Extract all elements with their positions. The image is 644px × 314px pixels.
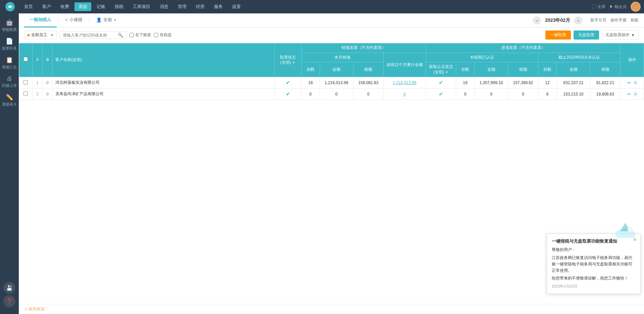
row-ticket-status-1: ✔ bbox=[274, 88, 301, 100]
th-until-amount: 金额 bbox=[557, 62, 590, 77]
sidebar-item-ai-ticket[interactable]: 🤖 智能取票 bbox=[1, 17, 18, 34]
sidebar-item-scan[interactable]: 🖨 扫描上传 bbox=[1, 73, 18, 90]
row-period-amount-0: 1,357,999.10 bbox=[475, 77, 508, 88]
nav-business[interactable]: 工商项目 bbox=[129, 2, 154, 11]
top-nav: 首页 客户 收费 票据 记账 报税 工商项目 消息 管理 经营 服务 设置 ⛶ … bbox=[0, 0, 644, 13]
row-checkbox-0[interactable] bbox=[19, 77, 33, 88]
sidebar-item-summary[interactable]: 📋 票据汇总 bbox=[1, 54, 18, 72]
nav-manage[interactable]: 管理 bbox=[174, 2, 191, 11]
row-sales-count-0: 18 bbox=[301, 77, 320, 88]
th-actions: 操作 bbox=[621, 43, 644, 77]
row-period-count-1: 0 bbox=[456, 88, 475, 100]
select-all-checkbox[interactable] bbox=[23, 57, 28, 61]
th-seq: # bbox=[33, 43, 43, 77]
th-checkbox bbox=[19, 43, 33, 77]
diskless-ticket-btn[interactable]: 无盘取票 bbox=[574, 30, 599, 40]
row-cumulative-1[interactable]: 0 bbox=[383, 88, 426, 100]
tax-disk-checkbox[interactable] bbox=[154, 33, 158, 37]
sidebar-help-btn[interactable]: ❓ bbox=[3, 295, 15, 307]
sidebar-item-open-invoice[interactable]: 📄 发票开具 bbox=[1, 36, 18, 53]
nav-invoice[interactable]: 票据 bbox=[74, 2, 91, 11]
sidebar-item-entry[interactable]: ✏️ 票据录入 bbox=[1, 91, 18, 109]
search-icon[interactable]: 🔍 bbox=[118, 33, 123, 38]
nav-bookkeeping[interactable]: 记账 bbox=[93, 2, 109, 11]
sidebar-download-btn[interactable]: 💾 bbox=[3, 282, 15, 294]
invoice-open-icon: 📄 bbox=[6, 38, 13, 45]
row-checkbox-1[interactable] bbox=[19, 88, 33, 100]
manual-link[interactable]: 操作手册 bbox=[610, 17, 627, 23]
th-until-tax: 税额 bbox=[590, 62, 621, 77]
nav-service[interactable]: 服务 bbox=[210, 2, 227, 11]
checkbox-tax-disk[interactable]: 有税盘 bbox=[154, 32, 172, 38]
row-until-tax-0: 81,822.21 bbox=[590, 77, 621, 88]
row-settings-0[interactable]: ⚙ bbox=[43, 77, 53, 88]
row-period-amount-1: 0 bbox=[475, 88, 508, 100]
row-sales-tax-0: 158,081.83 bbox=[353, 77, 383, 88]
row-period-tax-0: 157,399.62 bbox=[508, 77, 538, 88]
sidebar-label-scan: 扫描上传 bbox=[2, 83, 17, 88]
th-sales-tax: 税额 bbox=[353, 62, 383, 77]
toolbar-right: 一键取票 无盘取票 无盘取票操作 ▼ bbox=[545, 30, 639, 40]
filter-icon-cert[interactable]: ▼ bbox=[445, 70, 448, 74]
nav-right: ⛶ 全屏 ▶ 畅会员 🐵 bbox=[592, 2, 641, 12]
th-customer: 客户名称(全部) bbox=[53, 43, 275, 77]
popup-greeting: 尊敬的用户： bbox=[552, 247, 636, 253]
diskless-operations-btn[interactable]: 无盘取票操作 ▼ bbox=[602, 30, 639, 40]
copy-icon-0[interactable]: ⎘ bbox=[634, 80, 637, 85]
edit-icon-1[interactable]: ✏ bbox=[627, 91, 631, 97]
row-cert-status-1: ✔ bbox=[426, 88, 456, 100]
th-sales-count: 份数 bbox=[301, 62, 320, 77]
row-cumulative-0[interactable]: 1,216,013.99 bbox=[383, 77, 426, 88]
th-settings: ⚙ bbox=[43, 43, 53, 77]
notification-popup: ✕ 一键报税与无盘取票功能恢复通知 尊敬的用户： 江苏政务网已恢复访问电子税务局… bbox=[547, 234, 641, 294]
prev-month-btn[interactable]: ‹ bbox=[533, 16, 541, 24]
filter-icon-status[interactable]: ▼ bbox=[292, 61, 296, 64]
tab-all[interactable]: 👤 全能 ▼ bbox=[91, 13, 122, 27]
tab-right: ‹ 2023年02月 › 新手引导 操作手册 刷新 bbox=[533, 16, 639, 24]
fullscreen-btn[interactable]: ⛶ 全屏 bbox=[592, 4, 605, 10]
row-ticket-status-0: ✔ bbox=[274, 77, 301, 88]
popup-decoration bbox=[613, 221, 637, 238]
tab-small-scale[interactable]: ≡ 小规模 bbox=[60, 13, 88, 27]
popup-close-btn[interactable]: ✕ bbox=[633, 236, 637, 243]
nav-home[interactable]: 首页 bbox=[20, 2, 37, 11]
avatar[interactable]: 🐵 bbox=[631, 2, 641, 12]
row-until-tax-1: 19,808.63 bbox=[590, 88, 621, 100]
nav-settings[interactable]: 设置 bbox=[228, 2, 245, 11]
popup-apology: 给您带来的不便敬请谅解，祝您工作愉快！ bbox=[552, 275, 636, 281]
tax-policy-link[interactable]: ⊙ 税务政策 bbox=[24, 306, 45, 312]
th-month-sales: 本月销项 bbox=[301, 53, 383, 62]
nav-tax[interactable]: 报税 bbox=[111, 2, 127, 11]
svg-point-4 bbox=[628, 227, 633, 232]
checkbox-sub-account[interactable]: 名下账套 bbox=[129, 32, 151, 38]
search-input[interactable] bbox=[63, 33, 116, 38]
edit-icon-0[interactable]: ✏ bbox=[627, 80, 631, 85]
next-month-btn[interactable]: › bbox=[574, 16, 582, 24]
employee-label: 全部员工 bbox=[31, 32, 47, 38]
refresh-link[interactable]: 刷新 bbox=[631, 17, 639, 23]
th-sales-amount: 金额 bbox=[320, 62, 353, 77]
one-click-ticket-btn[interactable]: 一键取票 bbox=[545, 30, 571, 40]
member-btn[interactable]: ▶ 畅会员 bbox=[609, 4, 627, 10]
tabs-bar: 一般纳税人 ≡ 小规模 👤 全能 ▼ ‹ 2023年02月 › 新手引导 操作手… bbox=[19, 13, 644, 27]
th-period-recognized: 本税期已认证 bbox=[426, 53, 538, 62]
nav-operation[interactable]: 经营 bbox=[192, 2, 209, 11]
th-cumulative: 连续12个月累计金额 bbox=[383, 53, 426, 77]
nav-message[interactable]: 消息 bbox=[156, 2, 172, 11]
sub-account-checkbox[interactable] bbox=[129, 33, 134, 37]
scan-icon: 🖨 bbox=[6, 75, 12, 82]
nav-customer[interactable]: 客户 bbox=[38, 2, 55, 11]
row-until-amount-1: 153,215.10 bbox=[557, 88, 590, 100]
copy-icon-1[interactable]: ⎘ bbox=[634, 91, 637, 97]
nav-items: 首页 客户 收费 票据 记账 报税 工商项目 消息 管理 经营 服务 设置 bbox=[20, 2, 592, 11]
row-settings-1[interactable]: ⚙ bbox=[43, 88, 53, 100]
nav-fee[interactable]: 收费 bbox=[56, 2, 73, 11]
tab-general-taxpayer[interactable]: 一般纳税人 bbox=[24, 13, 57, 27]
employee-select[interactable]: 全部员工 ▼ bbox=[24, 31, 57, 39]
th-cert-status: 获取认证状态(全部) ▼ bbox=[426, 62, 456, 77]
small-scale-icon: ≡ bbox=[65, 17, 68, 22]
month-label: 2023年02月 bbox=[542, 17, 573, 23]
new-guide-link[interactable]: 新手引导 bbox=[590, 17, 606, 23]
row-sales-count-1: 0 bbox=[301, 88, 320, 100]
sidebar-label-open: 发票开具 bbox=[2, 46, 17, 51]
